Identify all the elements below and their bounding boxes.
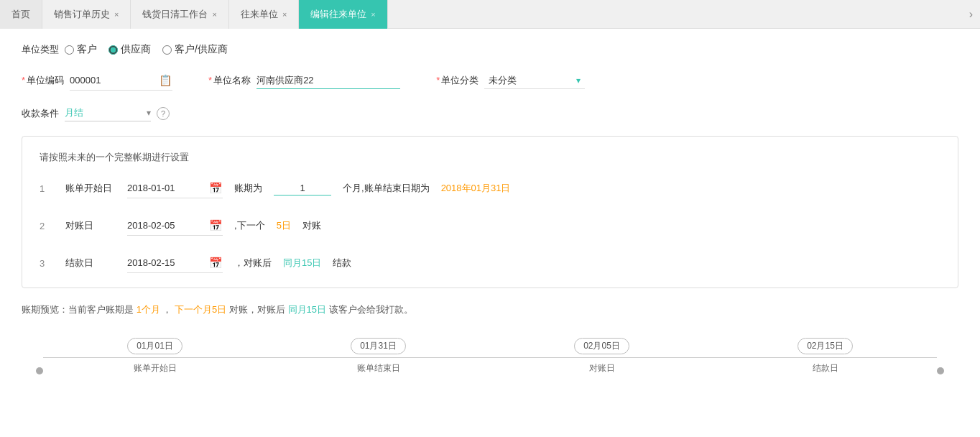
tab-partner-units-close[interactable]: ×: [282, 10, 287, 19]
row-label-1: 账单开始日: [65, 182, 116, 195]
tab-expand-button[interactable]: ›: [962, 8, 980, 21]
payment-date-input[interactable]: [127, 254, 206, 271]
tab-cash-workbench-close[interactable]: ×: [212, 10, 216, 19]
unit-info-row: *单位编码 📋 *单位名称 *单位分类 未分类 ▾: [22, 70, 958, 91]
preview-period: 1个月: [137, 304, 160, 315]
radio-supplier-input[interactable]: [108, 45, 118, 55]
unit-code-input[interactable]: [70, 72, 156, 88]
payment-date-input-wrapper: 📅: [127, 253, 223, 273]
payment-highlight: 同月15日: [283, 257, 321, 270]
unit-type-row: 单位类型 客户 供应商 客户/供应商: [22, 43, 958, 56]
reconcile-date-calendar-icon[interactable]: 📅: [209, 219, 223, 232]
unit-category-field: *单位分类 未分类 ▾: [436, 73, 585, 89]
unit-code-label: *单位编码: [22, 74, 64, 87]
payment-date-calendar-icon[interactable]: 📅: [209, 257, 223, 270]
radio-customer-supplier-input[interactable]: [162, 45, 172, 55]
row-num-3: 3: [40, 258, 54, 269]
preview-payment: 同月15日: [288, 304, 326, 315]
payment-term-field: 收款条件 月结 ▾ ?: [22, 105, 170, 121]
unit-code-field: *单位编码 📋: [22, 70, 172, 91]
period-unit-text: 个月,账单结束日期为: [343, 182, 430, 195]
tab-partner-units-label: 往来单位: [241, 8, 278, 21]
unit-category-value: 未分类: [489, 74, 573, 87]
tab-edit-partner-label: 编辑往来单位: [310, 8, 366, 21]
setting-row-3: 3 结款日 📅 ，对账后 同月15日 结款: [40, 253, 940, 273]
tab-cash-workbench-label: 钱货日清工作台: [142, 8, 208, 21]
tab-sales-history-label: 销售订单历史: [54, 8, 110, 21]
preview-mid1: ，: [162, 304, 172, 315]
unit-name-label: *单位名称: [208, 74, 251, 87]
unit-name-field: *单位名称: [208, 72, 400, 89]
period-end-date: 2018年01月31日: [441, 182, 511, 195]
tab-cash-workbench[interactable]: 钱货日清工作台 ×: [131, 0, 228, 29]
radio-customer[interactable]: 客户: [65, 43, 97, 56]
timeline-node-3-sublabel: 对账日: [589, 362, 615, 374]
timeline-node-4-sublabel: 结款日: [813, 362, 838, 374]
main-content: 单位类型 客户 供应商 客户/供应商 *单位编码: [0, 29, 980, 437]
help-icon[interactable]: ?: [157, 107, 170, 120]
payment-term-value: 月结: [65, 106, 144, 119]
start-date-input[interactable]: [127, 180, 206, 196]
timeline-node-2-sublabel: 账单结束日: [357, 362, 400, 374]
reconcile-date-input-wrapper: 📅: [127, 216, 223, 236]
unit-category-select[interactable]: 未分类 ▾: [484, 73, 585, 89]
unit-type-radio-group: 客户 供应商 客户/供应商: [65, 43, 228, 56]
row-label-2: 对账日: [65, 219, 116, 232]
radio-customer-supplier-label: 客户/供应商: [175, 43, 228, 56]
timeline-node-3-label: 02月05日: [574, 338, 629, 354]
payment-term-select[interactable]: 月结 ▾: [65, 105, 151, 121]
unit-code-icon[interactable]: 📋: [159, 74, 172, 87]
payment-term-label: 收款条件: [22, 107, 59, 120]
payment-term-row: 收款条件 月结 ▾ ?: [22, 105, 958, 121]
setting-row-1: 1 账单开始日 📅 账期为 个月,账单结束日期为 2018年01月31日: [40, 178, 940, 198]
tab-sales-history-close[interactable]: ×: [114, 10, 119, 19]
reconcile-highlight: 5日: [277, 219, 291, 232]
payment-term-arrow-icon: ▾: [147, 108, 151, 118]
row-label-3: 结款日: [65, 257, 116, 270]
tab-partner-units[interactable]: 往来单位 ×: [229, 0, 299, 29]
preview-reconcile: 下一个月5日: [175, 304, 226, 315]
timeline-node-4-label: 02月15日: [798, 338, 853, 354]
unit-type-field: 单位类型 客户 供应商 客户/供应商: [22, 43, 228, 56]
tab-edit-partner-close[interactable]: ×: [371, 10, 375, 19]
radio-customer-label: 客户: [77, 43, 97, 56]
settings-box: 请按照未来的一个完整帐期进行设置 1 账单开始日 📅 账期为 个月,账单结束日期…: [22, 136, 958, 288]
reconcile-hint-post: 对账: [302, 219, 321, 232]
timeline-node-1-sublabel: 账单开始日: [134, 362, 177, 374]
tab-edit-partner[interactable]: 编辑往来单位 ×: [299, 0, 387, 29]
tab-home[interactable]: 首页: [0, 0, 42, 29]
settings-title: 请按照未来的一个完整帐期进行设置: [40, 151, 940, 164]
unit-type-label: 单位类型: [22, 43, 59, 56]
start-date-input-wrapper: 📅: [127, 178, 223, 198]
reconcile-hint-pre: ,下一个: [234, 219, 265, 232]
radio-supplier-label: 供应商: [121, 43, 151, 56]
radio-customer-supplier[interactable]: 客户/供应商: [162, 43, 228, 56]
timeline-node-1-label: 01月01日: [127, 338, 182, 354]
radio-supplier[interactable]: 供应商: [108, 43, 151, 56]
reconcile-date-input[interactable]: [127, 217, 206, 234]
unit-category-arrow-icon: ▾: [576, 75, 581, 86]
tab-bar: 首页 销售订单历史 × 钱货日清工作台 × 往来单位 × 编辑往来单位 × ›: [0, 0, 980, 29]
setting-row-2: 2 对账日 📅 ,下一个 5日 对账: [40, 216, 940, 236]
row-num-1: 1: [40, 183, 54, 194]
payment-hint-pre: ，对账后: [234, 257, 272, 270]
period-label: 账期为: [234, 182, 262, 195]
unit-category-label: *单位分类: [436, 74, 479, 87]
start-date-calendar-icon[interactable]: 📅: [209, 182, 223, 195]
preview-mid2: 对账，对账后: [229, 304, 285, 315]
period-value-input[interactable]: [274, 181, 331, 196]
preview-section: 账期预览：当前客户账期是 1个月 ， 下一个月5日 对账，对账后 同月15日 该…: [22, 303, 958, 318]
tab-home-label: 首页: [11, 8, 30, 21]
timeline-node-2-label: 01月31日: [351, 338, 406, 354]
preview-label: 账期预览：当前客户账期是: [22, 304, 134, 315]
unit-name-input[interactable]: [256, 72, 400, 89]
payment-hint-post: 结款: [333, 257, 351, 270]
timeline-container: 01月01日 账单开始日 01月31日 账单结束日 02月05日 对账日 02月…: [22, 338, 958, 392]
unit-code-input-wrapper: 📋: [70, 70, 172, 91]
tab-sales-history[interactable]: 销售订单历史 ×: [42, 0, 131, 29]
row-num-2: 2: [40, 221, 54, 231]
radio-customer-input[interactable]: [65, 45, 74, 55]
preview-end: 该客户会给我打款。: [329, 304, 413, 315]
